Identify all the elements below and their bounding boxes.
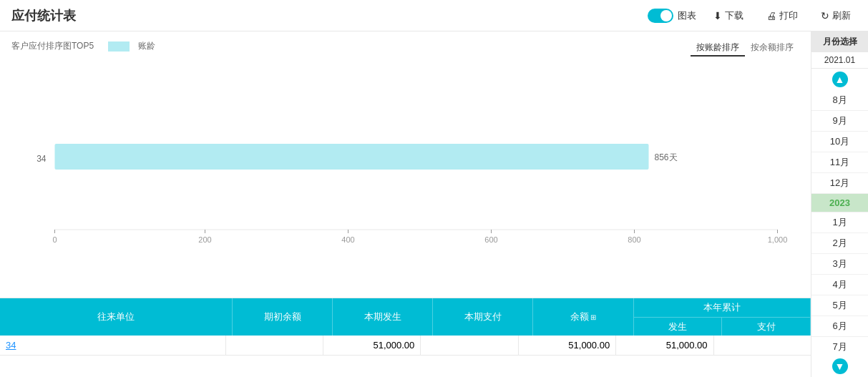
svg-text:200: 200 [198,235,211,244]
sidebar-month-2[interactable]: 2月 [811,233,868,254]
download-icon: ⬇ [713,10,722,21]
sidebar-year-input[interactable] [811,52,868,69]
chart-toggle-group: 图表 [648,9,696,23]
sidebar-month-10[interactable]: 10月 [811,132,868,152]
print-button[interactable]: 🖨 打印 [761,6,804,25]
sidebar-year-2023[interactable]: 2023 [811,194,868,212]
chart-section: 客户应付排序图TOP5 账龄 按账龄排序 按余额排序 34 [0,31,811,298]
balance-icon: ⊞ [590,313,596,321]
td-opening [226,336,323,355]
td-ytd-occur: 51,000.00 [616,336,713,355]
table-row: 34 51,000.00 51,000.00 51,000.00 [0,336,811,356]
th-current: 本期发生 [333,298,433,336]
sidebar-month-4[interactable]: 4月 [811,275,868,295]
svg-text:34: 34 [36,154,47,164]
svg-rect-1 [55,144,649,170]
sidebar-up-nav[interactable]: ▲ [811,69,868,90]
sidebar: 月份选择 ▲ 8月 9月 10月 11月 12月 2023 1月 2月 3月 4… [811,31,868,377]
sidebar-header: 月份选择 [811,31,868,52]
td-current: 51,000.00 [323,336,421,355]
svg-text:800: 800 [628,235,640,244]
legend-box-label: 账龄 [138,40,155,52]
svg-text:400: 400 [341,235,354,244]
sidebar-month-12[interactable]: 12月 [811,173,868,194]
sidebar-month-8[interactable]: 8月 [811,90,868,111]
th-ytd-sub: 发生 支付 [634,318,810,336]
th-unit: 往来单位 [0,298,233,336]
chevron-down-icon[interactable]: ▼ [832,358,848,374]
th-payment: 本期支付 [433,298,533,336]
chart-table-area: 客户应付排序图TOP5 账龄 按账龄排序 按余额排序 34 [0,31,811,377]
header-actions: 图表 ⬇ 下载 🖨 打印 ↻ 刷新 [648,6,857,25]
chart-legend-title: 客户应付排序图TOP5 [11,40,94,52]
sidebar-month-3[interactable]: 3月 [811,254,868,275]
svg-text:856天: 856天 [655,152,678,162]
td-payment [421,336,518,355]
sidebar-arrow-icon [811,31,811,37]
svg-text:600: 600 [484,235,497,244]
sidebar-month-1[interactable]: 1月 [811,212,868,233]
svg-text:1,000: 1,000 [768,235,788,244]
sidebar-month-5[interactable]: 5月 [811,295,868,316]
th-ytd-occur: 发生 [634,318,723,336]
td-ytd-pay [714,336,811,355]
sort-by-age-button[interactable]: 按账龄排序 [691,40,745,57]
td-balance: 51,000.00 [519,336,616,355]
th-ytd-label: 本年累计 [634,298,810,318]
refresh-icon: ↻ [821,10,829,21]
refresh-label: 刷新 [832,9,851,22]
app-header: 应付统计表 图表 ⬇ 下载 🖨 打印 ↻ 刷新 [0,0,868,31]
download-label: 下载 [725,9,743,22]
sidebar-down-nav[interactable]: ▼ [811,356,868,377]
sidebar-month-11[interactable]: 11月 [811,152,868,173]
table-header: 往来单位 期初余额 本期发生 本期支付 余额 ⊞ 本年累计 发生 支付 [0,298,811,336]
main-content: 客户应付排序图TOP5 账龄 按账龄排序 按余额排序 34 [0,31,868,377]
svg-text:0: 0 [52,235,57,244]
print-icon: 🖨 [766,10,776,21]
th-opening: 期初余额 [233,298,333,336]
chart-sort-buttons: 按账龄排序 按余额排序 [691,40,799,57]
sidebar-month-6[interactable]: 6月 [811,316,868,337]
sort-by-balance-button[interactable]: 按余额排序 [745,40,799,57]
table-section: 往来单位 期初余额 本期发生 本期支付 余额 ⊞ 本年累计 发生 支付 [0,298,811,377]
sidebar-month-7[interactable]: 7月 [811,337,868,356]
refresh-button[interactable]: ↻ 刷新 [815,6,857,25]
chart-area: 34 856天 0 [11,58,799,258]
download-button[interactable]: ⬇ 下载 [708,6,749,25]
th-ytd-pay: 支付 [722,318,810,336]
chart-toggle[interactable] [648,9,673,23]
chart-svg: 34 856天 0 [11,58,799,258]
chart-legend: 客户应付排序图TOP5 账龄 [11,40,799,52]
chart-toggle-label: 图表 [678,9,696,22]
print-label: 打印 [779,9,798,22]
th-balance: 余额 ⊞ [533,298,633,336]
page-title: 应付统计表 [11,7,76,24]
legend-box [108,41,130,52]
sidebar-month-9[interactable]: 9月 [811,111,868,132]
th-ytd-group: 本年累计 发生 支付 [634,298,811,336]
chevron-up-icon[interactable]: ▲ [832,72,848,87]
td-unit[interactable]: 34 [0,336,226,355]
sidebar-month-list: 8月 9月 10月 11月 12月 2023 1月 2月 3月 4月 5月 6月… [811,90,868,356]
